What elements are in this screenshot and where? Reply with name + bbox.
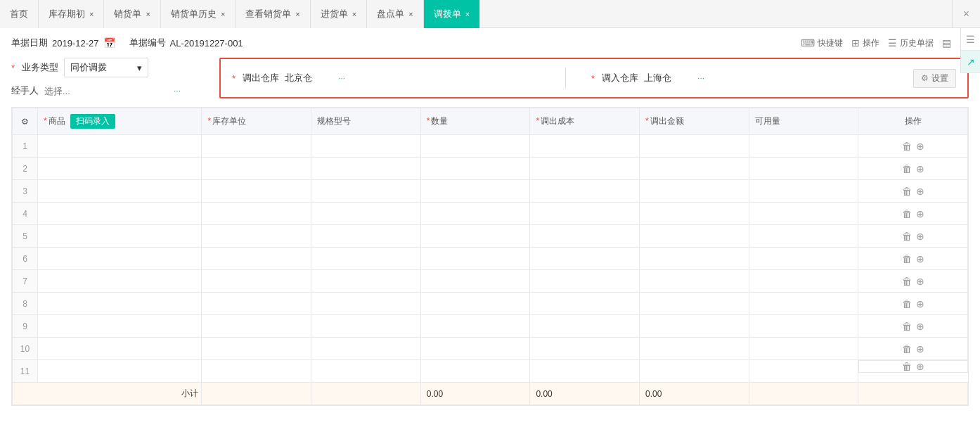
delete-icon[interactable]: 🗑 [902, 343, 912, 355]
qty-cell[interactable] [420, 180, 530, 203]
qty-cell[interactable] [420, 270, 530, 293]
table-row[interactable]: 7 🗑 ⊕ [13, 270, 968, 293]
delete-icon[interactable]: 🗑 [902, 361, 912, 372]
amount-cell[interactable] [640, 315, 749, 338]
tab-stocktake[interactable]: 盘点单 × [367, 0, 423, 28]
qty-cell[interactable] [420, 338, 530, 360]
amount-cell[interactable] [640, 248, 749, 270]
spec-cell[interactable] [311, 270, 421, 293]
settings-button[interactable]: ⚙ 设置 [913, 69, 956, 88]
amount-cell[interactable] [640, 135, 749, 158]
available-cell[interactable] [749, 248, 858, 270]
unit-cell[interactable] [202, 270, 311, 293]
qty-cell[interactable] [420, 293, 530, 315]
available-cell[interactable] [749, 338, 858, 360]
product-cell[interactable] [38, 225, 202, 248]
spec-cell[interactable] [311, 180, 421, 203]
tab-sales-order[interactable]: 销货单 × [104, 0, 160, 28]
unit-cell[interactable] [202, 293, 311, 315]
unit-cell[interactable] [202, 248, 311, 270]
shortcut-action[interactable]: ⌨ 快捷键 [801, 37, 843, 49]
product-cell[interactable] [38, 315, 202, 338]
table-row[interactable]: 2 🗑 ⊕ [13, 158, 968, 180]
available-cell[interactable] [749, 135, 858, 158]
available-cell[interactable] [749, 180, 858, 203]
table-row[interactable]: 3 🗑 ⊕ [13, 180, 968, 203]
copy-icon[interactable]: ⊕ [916, 321, 924, 332]
person-input[interactable] [44, 86, 162, 96]
product-cell[interactable] [38, 180, 202, 203]
available-cell[interactable] [749, 158, 858, 180]
copy-icon[interactable]: ⊕ [916, 343, 924, 355]
product-cell[interactable] [38, 135, 202, 158]
qty-cell[interactable] [420, 225, 530, 248]
business-type-select[interactable]: 同价调拨 ▾ [64, 58, 148, 77]
product-cell[interactable] [38, 293, 202, 315]
cost-cell[interactable] [530, 225, 640, 248]
product-cell[interactable] [38, 248, 202, 270]
cost-cell[interactable] [530, 203, 640, 225]
tab-purchase[interactable]: 进货单 × [311, 0, 367, 28]
close-tab-purchase[interactable]: × [352, 10, 356, 18]
spec-cell[interactable] [311, 338, 421, 360]
spec-cell[interactable] [311, 135, 421, 158]
qty-cell[interactable] [420, 203, 530, 225]
copy-icon[interactable]: ⊕ [916, 186, 924, 197]
qty-cell[interactable] [420, 158, 530, 180]
available-cell[interactable] [749, 315, 858, 338]
product-cell[interactable] [38, 338, 202, 360]
copy-icon[interactable]: ⊕ [916, 298, 924, 310]
product-cell[interactable] [38, 158, 202, 180]
unit-cell[interactable] [202, 180, 311, 203]
table-row[interactable]: 5 🗑 ⊕ [13, 225, 968, 248]
spec-cell[interactable] [311, 158, 421, 180]
close-tab-sales-history[interactable]: × [221, 10, 225, 18]
delete-icon[interactable]: 🗑 [902, 253, 912, 265]
cost-cell[interactable] [530, 248, 640, 270]
available-cell[interactable] [749, 203, 858, 225]
warehouse-in-more[interactable]: ··· [697, 73, 704, 83]
close-tab-sales-order[interactable]: × [146, 10, 150, 18]
sidebar-export-icon[interactable]: ↗ [961, 51, 981, 73]
close-tab-transfer[interactable]: × [465, 10, 470, 18]
available-cell[interactable] [749, 293, 858, 315]
unit-cell[interactable] [202, 225, 311, 248]
delete-icon[interactable]: 🗑 [902, 186, 912, 197]
history-action[interactable]: ☰ 历史单据 [888, 37, 934, 49]
scan-button[interactable]: 扫码录入 [70, 114, 115, 129]
copy-icon[interactable]: ⊕ [916, 231, 924, 242]
tab-sales-history[interactable]: 销货单历史 × [161, 0, 236, 28]
unit-cell[interactable] [202, 135, 311, 158]
tab-view-sales[interactable]: 查看销货单 × [236, 0, 310, 28]
copy-icon[interactable]: ⊕ [916, 163, 924, 174]
delete-icon[interactable]: 🗑 [902, 141, 912, 152]
close-tab-inventory-init[interactable]: × [89, 10, 94, 18]
delete-icon[interactable]: 🗑 [902, 321, 912, 332]
delete-icon[interactable]: 🗑 [902, 231, 912, 242]
cost-cell[interactable] [530, 135, 640, 158]
cost-cell[interactable] [530, 293, 640, 315]
sidebar-list-icon[interactable]: ☰ [961, 28, 981, 51]
table-row[interactable]: 11 🗑 ⊕ [13, 360, 968, 383]
unit-cell[interactable] [202, 315, 311, 338]
table-row[interactable]: 8 🗑 ⊕ [13, 293, 968, 315]
calendar-icon[interactable]: 📅 [103, 37, 115, 49]
unit-cell[interactable] [202, 338, 311, 360]
tab-transfer[interactable]: 调拨单 × [424, 0, 480, 28]
cost-cell[interactable] [530, 270, 640, 293]
delete-icon[interactable]: 🗑 [902, 163, 912, 174]
cost-cell[interactable] [530, 315, 640, 338]
cost-cell[interactable] [530, 180, 640, 203]
copy-icon[interactable]: ⊕ [916, 253, 924, 265]
close-tab-view-sales[interactable]: × [295, 10, 299, 18]
spec-cell[interactable] [311, 315, 421, 338]
qty-cell[interactable] [420, 248, 530, 270]
operations-action[interactable]: ⊞ 操作 [851, 37, 879, 49]
product-cell[interactable] [38, 270, 202, 293]
copy-icon[interactable]: ⊕ [916, 208, 924, 219]
qty-cell[interactable] [420, 135, 530, 158]
delete-icon[interactable]: 🗑 [902, 276, 912, 287]
spec-cell[interactable] [311, 225, 421, 248]
amount-cell[interactable] [640, 270, 749, 293]
tab-home[interactable]: 首页 [0, 0, 39, 28]
